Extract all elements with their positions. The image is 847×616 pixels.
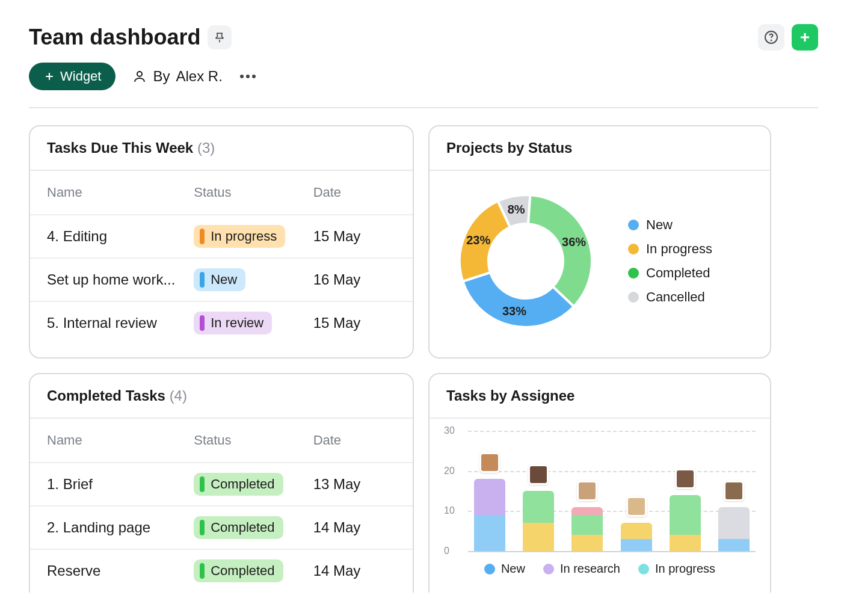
legend-item[interactable]: In research [543, 562, 620, 576]
tasks-assignee-card: Tasks by Assignee 0102030 NewIn research… [428, 373, 771, 593]
bar-segment [670, 535, 701, 551]
task-date: 15 May [313, 315, 396, 331]
table-row[interactable]: 4. EditingIn progress15 May [30, 214, 413, 257]
card-count: (3) [197, 140, 215, 156]
y-tick-label: 0 [444, 546, 449, 556]
add-button[interactable] [792, 24, 818, 51]
legend-label: Cancelled [646, 289, 705, 305]
legend-item[interactable]: In progress [638, 562, 715, 576]
svg-point-4 [246, 75, 250, 78]
status-badge[interactable]: Completed [194, 559, 283, 582]
avatar[interactable] [675, 469, 695, 489]
widget-button-label: Widget [60, 69, 101, 84]
author-filter[interactable]: By Alex R. [132, 68, 222, 85]
more-icon [239, 74, 256, 79]
card-title: Completed Tasks [47, 387, 165, 404]
legend-item[interactable]: In progress [628, 241, 712, 257]
status-text: Completed [211, 563, 274, 579]
bar-column[interactable] [621, 523, 652, 551]
y-tick-label: 30 [444, 425, 455, 436]
bar-segment [523, 491, 554, 523]
svg-point-5 [252, 75, 256, 78]
avatar[interactable] [724, 481, 744, 501]
task-date: 13 May [313, 476, 396, 493]
bar-segment [571, 535, 603, 551]
col-status[interactable]: Status [194, 185, 313, 200]
bar-segment [474, 479, 505, 515]
tasks-due-card: Tasks Due This Week (3) Name Status Date… [29, 125, 414, 359]
legend-item[interactable]: New [484, 562, 525, 576]
avatar[interactable] [626, 496, 647, 517]
col-date[interactable]: Date [313, 433, 396, 448]
add-widget-button[interactable]: Widget [29, 63, 116, 90]
bar-column[interactable] [474, 479, 505, 551]
table-row[interactable]: 5. Internal reviewIn review15 May [30, 301, 413, 344]
col-name[interactable]: Name [47, 185, 194, 200]
status-badge[interactable]: In progress [194, 225, 285, 248]
avatar[interactable] [577, 481, 597, 501]
legend-dot-icon [628, 292, 639, 303]
status-text: Completed [211, 476, 274, 492]
task-date: 14 May [313, 562, 396, 579]
bar-segment [571, 515, 603, 535]
plus-icon [798, 30, 812, 45]
status-badge[interactable]: Completed [194, 473, 283, 496]
svg-point-2 [137, 72, 142, 76]
bar-chart[interactable]: 0102030 [468, 431, 756, 551]
bar-column[interactable] [670, 495, 701, 551]
page-title: Team dashboard [29, 25, 200, 50]
bar-segment [523, 523, 554, 551]
y-tick-label: 20 [444, 466, 455, 476]
avatar[interactable] [479, 452, 500, 473]
card-title: Projects by Status [446, 140, 572, 156]
table-row[interactable]: ReserveCompleted14 May [30, 549, 413, 592]
help-icon [764, 30, 778, 45]
legend-label: New [646, 217, 673, 233]
status-bar-icon [200, 476, 205, 492]
card-title: Tasks by Assignee [446, 387, 574, 404]
legend-dot-icon [628, 244, 639, 254]
legend-label: In research [560, 562, 620, 576]
bar-segment [621, 539, 652, 551]
more-button[interactable] [239, 74, 256, 79]
legend-dot-icon [628, 220, 639, 230]
status-bar-icon [200, 272, 205, 288]
legend-dot-icon [484, 564, 495, 574]
status-badge[interactable]: New [194, 268, 245, 291]
help-button[interactable] [758, 24, 784, 51]
legend-label: In progress [646, 241, 712, 257]
avatar[interactable] [528, 464, 549, 485]
author-prefix: By [153, 68, 170, 85]
task-date: 15 May [313, 228, 396, 245]
status-text: In review [211, 315, 263, 331]
col-status[interactable]: Status [194, 433, 313, 448]
plus-icon [43, 70, 55, 82]
bar-column[interactable] [523, 491, 554, 551]
table-row[interactable]: 1. BriefCompleted13 May [30, 462, 413, 505]
donut-chart[interactable]: 8%36%33%23% [448, 183, 604, 339]
projects-status-card: Projects by Status 8%36%33%23% NewIn pro… [428, 125, 771, 359]
legend-item[interactable]: Completed [628, 265, 712, 281]
donut-slice-label: 23% [466, 233, 490, 247]
bar-column[interactable] [718, 507, 750, 551]
legend-item[interactable]: Cancelled [628, 289, 712, 305]
pin-button[interactable] [208, 25, 232, 49]
svg-point-3 [240, 75, 244, 78]
bar-segment [718, 507, 750, 539]
bar-column[interactable] [571, 507, 603, 551]
table-row[interactable]: Set up home work...New16 May [30, 257, 413, 301]
bar-segment [621, 523, 652, 539]
status-badge[interactable]: In review [194, 312, 272, 334]
task-name: 2. Landing page [47, 519, 194, 536]
legend-dot-icon [543, 564, 554, 574]
author-name: Alex R. [176, 68, 223, 85]
table-row[interactable]: 2. Landing pageCompleted14 May [30, 505, 413, 549]
col-date[interactable]: Date [313, 185, 396, 200]
col-name[interactable]: Name [47, 433, 194, 448]
task-name: 1. Brief [47, 476, 194, 493]
card-title: Tasks Due This Week [47, 140, 193, 156]
legend-item[interactable]: New [628, 217, 712, 233]
status-text: In progress [211, 229, 277, 244]
legend-label: Completed [646, 265, 710, 281]
status-badge[interactable]: Completed [194, 516, 283, 539]
